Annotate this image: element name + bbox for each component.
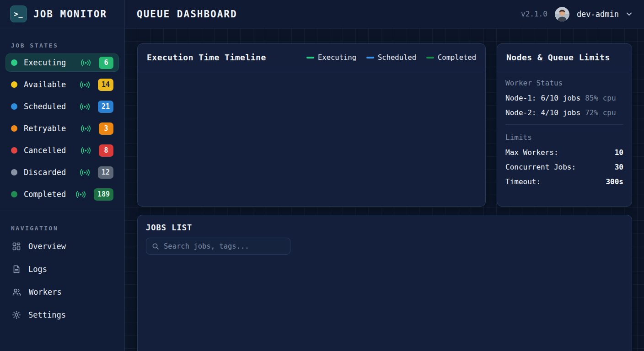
live-signal-icon: [75, 191, 86, 198]
state-label: Completed: [24, 190, 69, 199]
state-dot: [11, 81, 17, 88]
state-dot: [11, 147, 17, 154]
legend-item: Executing: [306, 53, 356, 62]
state-dot: [11, 59, 17, 66]
node-status-row: Node-1: 6/10 jobs 85% cpu: [505, 94, 623, 102]
state-label: Available: [24, 80, 73, 89]
limit-label: Concurrent Jobs:: [505, 163, 576, 171]
legend-swatch: [306, 57, 314, 58]
live-signal-icon: [79, 169, 91, 176]
timeline-chart: [138, 71, 485, 73]
limits-list: Max Workers: 10 Concurrent Jobs: 30 Time…: [505, 148, 623, 186]
page-title: QUEUE DASHBOARD: [137, 9, 237, 20]
legend-swatch: [426, 57, 434, 58]
gear-icon: [12, 310, 21, 319]
legend-swatch: [366, 57, 374, 58]
top-bar: QUEUE DASHBOARD v2.1.0 dev-admin: [125, 0, 644, 28]
chart-legend: ExecutingScheduledCompleted: [306, 53, 476, 62]
sidebar-item-workers[interactable]: Workers: [5, 282, 119, 302]
state-count-badge: 8: [99, 144, 113, 157]
app-logo: >_ JOB MONITOR: [0, 0, 124, 28]
chart-title: Execution Time Timeline: [147, 53, 266, 62]
limit-value: 300s: [606, 177, 623, 186]
state-dot: [11, 125, 17, 132]
legend-item: Scheduled: [366, 53, 416, 62]
nav-label: Settings: [28, 310, 66, 319]
live-signal-icon: [80, 59, 91, 67]
worker-status-label: Worker Status: [505, 79, 623, 87]
sidebar: >_ JOB MONITOR JOB STATES Executing 6 Av…: [0, 0, 125, 351]
limits-label: Limits: [505, 133, 623, 142]
live-signal-icon: [80, 147, 91, 154]
legend-item: Completed: [426, 53, 476, 62]
node-name: Node-1:: [505, 94, 536, 102]
limit-value: 30: [615, 163, 623, 171]
sidebar-item-overview[interactable]: Overview: [5, 236, 119, 256]
sidebar-state-item[interactable]: Scheduled 21: [5, 97, 119, 116]
node-cpu: 85% cpu: [585, 94, 616, 102]
live-signal-icon: [79, 81, 91, 89]
execution-timeline-card: Execution Time Timeline ExecutingSchedul…: [137, 43, 486, 207]
state-count-badge: 3: [99, 122, 113, 135]
limit-row: Concurrent Jobs: 30: [505, 163, 623, 171]
nodes-divider: [505, 124, 623, 125]
terminal-icon: >_: [10, 5, 27, 22]
jobs-list-title: JOBS LIST: [146, 223, 623, 232]
user-menu[interactable]: dev-admin: [577, 10, 619, 19]
main-content: Execution Time Timeline ExecutingSchedul…: [125, 28, 644, 351]
node-status-row: Node-2: 4/10 jobs 72% cpu: [505, 108, 623, 117]
limit-value: 10: [615, 148, 623, 157]
navigation-list: Overview Logs Workers Settings: [0, 236, 124, 325]
state-count-badge: 12: [98, 166, 113, 179]
sidebar-state-item[interactable]: Available 14: [5, 75, 119, 94]
live-signal-icon: [80, 125, 91, 133]
jobs-list-card: JOBS LIST: [137, 215, 632, 351]
sidebar-state-item[interactable]: Discarded 12: [5, 163, 119, 181]
state-count-badge: 14: [98, 79, 113, 91]
limit-row: Timeout: 300s: [505, 177, 623, 186]
search-input[interactable]: [164, 242, 284, 250]
sidebar-state-item[interactable]: Cancelled 8: [5, 141, 119, 160]
state-label: Discarded: [24, 168, 73, 177]
live-signal-icon: [79, 103, 91, 111]
node-cpu: 72% cpu: [585, 108, 616, 117]
limit-label: Timeout:: [505, 177, 541, 186]
node-jobs: 4/10 jobs: [541, 108, 580, 117]
grid-icon: [12, 242, 21, 251]
nav-label: Overview: [28, 242, 66, 251]
state-dot: [11, 103, 17, 110]
state-label: Retryable: [24, 124, 74, 133]
app-title: JOB MONITOR: [33, 9, 107, 20]
search-icon: [152, 243, 159, 250]
state-count-badge: 21: [98, 101, 113, 113]
limit-label: Max Workers:: [505, 148, 558, 157]
nav-label: Logs: [28, 265, 47, 274]
sidebar-state-item[interactable]: Completed 189: [5, 185, 119, 203]
file-icon: [12, 265, 21, 274]
navigation-section-label: NAVIGATION: [0, 211, 124, 236]
version-label: v2.1.0: [521, 10, 547, 18]
search-box: [146, 238, 290, 255]
job-states-list: Executing 6 Available 14 Scheduled: [0, 53, 124, 203]
nav-label: Workers: [29, 287, 62, 297]
state-count-badge: 6: [99, 57, 113, 69]
job-states-section-label: JOB STATES: [0, 28, 124, 53]
worker-status-list: Node-1: 6/10 jobs 85% cpu Node-2: 4/10 j…: [505, 94, 623, 117]
state-dot: [11, 169, 17, 176]
sidebar-item-logs[interactable]: Logs: [5, 259, 119, 279]
sidebar-state-item[interactable]: Retryable 3: [5, 119, 119, 138]
state-count-badge: 189: [94, 188, 113, 201]
state-label: Executing: [24, 58, 74, 67]
nodes-queue-limits-card: Nodes & Queue Limits Worker Status Node-…: [497, 43, 632, 207]
sidebar-item-settings[interactable]: Settings: [5, 305, 119, 325]
avatar[interactable]: [555, 7, 569, 21]
node-jobs: 6/10 jobs: [541, 94, 580, 102]
sidebar-state-item[interactable]: Executing 6: [5, 53, 119, 72]
state-label: Scheduled: [24, 102, 73, 111]
state-dot: [11, 191, 17, 197]
users-icon: [12, 287, 21, 297]
state-label: Cancelled: [24, 146, 74, 155]
limit-row: Max Workers: 10: [505, 148, 623, 157]
chevron-down-icon[interactable]: [626, 12, 632, 16]
node-name: Node-2:: [505, 108, 536, 117]
